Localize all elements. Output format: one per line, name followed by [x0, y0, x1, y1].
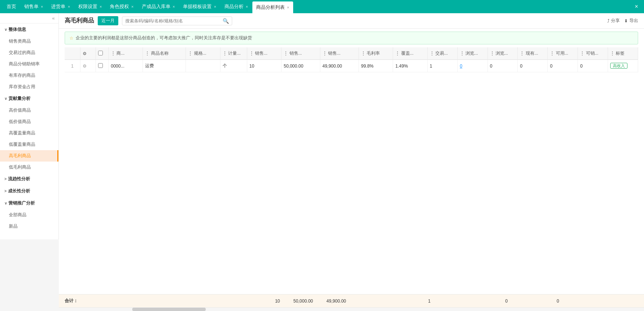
- row-settings-icon[interactable]: ⚙: [83, 64, 87, 69]
- filter-recent-month-button[interactable]: 近一月: [98, 16, 118, 25]
- col-header-unit[interactable]: ⋮ 计量...: [220, 47, 247, 60]
- nav-tab-8[interactable]: 商品分析列表×: [252, 1, 293, 13]
- col-label-tag: 标签: [616, 51, 625, 56]
- sidebar-item-0-3[interactable]: 有库存的商品: [0, 70, 58, 81]
- sidebar-item-1-3[interactable]: 低覆盖量商品: [0, 139, 58, 150]
- cell-gross_rate-0: 99.8%: [359, 60, 393, 72]
- sidebar-item-1-0[interactable]: 高价值商品: [0, 105, 58, 116]
- col-label-transactions: 交易...: [435, 51, 448, 56]
- col-label-coverage: 覆盖...: [401, 51, 414, 56]
- table-body: 1⚙0000...运费个1050,000.0049,900.0099.8%1.4…: [65, 60, 638, 72]
- sidebar-section-label-4: 营销推广分析: [8, 200, 35, 206]
- views1-link-0[interactable]: 0: [460, 64, 463, 69]
- sidebar-item-0-4[interactable]: 库存资金占用: [0, 81, 58, 93]
- table-header: ⚙⋮ 商...⋮ 商品名称⋮ 规格...⋮ 计量...⋮ 销售...⋮ 销售..…: [65, 47, 638, 60]
- close-window-button[interactable]: ×: [632, 3, 641, 10]
- sidebar-item-0-2[interactable]: 商品分销助销率: [0, 58, 58, 70]
- sidebar-item-1-5[interactable]: 低毛利商品: [0, 162, 58, 173]
- select-all-checkbox[interactable]: [98, 51, 103, 55]
- col-header-stock_available[interactable]: ⋮ 可用...: [548, 47, 578, 60]
- footer-cell-5: 1: [407, 299, 433, 304]
- col-header-spec[interactable]: ⋮ 规格...: [186, 47, 220, 60]
- col-header-gross_rate[interactable]: ⋮ 毛利率: [359, 47, 393, 60]
- content-area: 高毛利商品 近一月 🔍 ⤴ 分享 ⬇ 导出: [59, 13, 644, 311]
- info-icon: ☆: [69, 36, 73, 41]
- col-header-sales_qty[interactable]: ⋮ 销售...: [247, 47, 281, 60]
- sidebar-item-1-4[interactable]: 高毛利商品: [0, 150, 58, 162]
- sidebar-section-0[interactable]: ∨整体信息: [0, 23, 58, 36]
- nav-tab-close[interactable]: ×: [214, 4, 216, 9]
- col-header-stock_sellable[interactable]: ⋮ 可销...: [578, 47, 608, 60]
- cell-code-0: 0000...: [108, 60, 143, 72]
- cell-unit-0: 个: [220, 60, 247, 72]
- sidebar-item-4-1[interactable]: 新品: [0, 221, 58, 232]
- col-header-code[interactable]: ⋮ 商...: [108, 47, 143, 60]
- info-message: 企业的主要的利润都是这部分商品创造的，可考虑加大推广，同时关注库存是不要出现缺货: [76, 35, 252, 41]
- row-checkbox-0[interactable]: [98, 63, 103, 68]
- nav-tab-0[interactable]: 首页: [3, 1, 20, 12]
- footer-cell-8: 0: [484, 299, 510, 304]
- nav-tab-label: 角色授权: [110, 3, 129, 10]
- bottom-scrollbar[interactable]: [59, 307, 644, 311]
- nav-tab-label: 产成品入库单: [142, 3, 170, 10]
- col-header-stock_current[interactable]: ⋮ 现有...: [518, 47, 548, 60]
- search-box: 🔍: [122, 17, 232, 25]
- col-header-sales_amount[interactable]: ⋮ 销售...: [281, 47, 320, 60]
- sidebar-collapse-button[interactable]: «: [0, 13, 58, 23]
- nav-tab-close[interactable]: ×: [131, 4, 133, 9]
- nav-tab-1[interactable]: 销售单×: [21, 1, 47, 12]
- nav-tab-close[interactable]: ×: [287, 5, 289, 10]
- sidebar-section-2[interactable]: >流趋性分析: [0, 173, 58, 185]
- nav-tab-close[interactable]: ×: [100, 4, 102, 9]
- sidebar-item-1-2[interactable]: 高覆盖量商品: [0, 127, 58, 139]
- col-header-tag[interactable]: ⋮ 标签: [608, 47, 638, 60]
- cell-tag-0[interactable]: 高收入: [608, 60, 638, 72]
- nav-tab-7[interactable]: 商品分析×: [221, 1, 252, 12]
- settings-icon[interactable]: ⚙: [83, 51, 87, 56]
- col-header-transactions[interactable]: ⋮ 交易...: [427, 47, 457, 60]
- share-button[interactable]: ⤴ 分享: [607, 18, 620, 24]
- nav-tab-5[interactable]: 产成品入库单×: [138, 1, 179, 12]
- col-label-stock_available: 可用...: [556, 51, 568, 56]
- nav-tab-label: 销售单: [24, 3, 39, 10]
- cell-views1-0[interactable]: 0: [457, 60, 488, 72]
- cell-sales_amount-0: 50,000.00: [281, 60, 320, 72]
- sidebar-section-4[interactable]: ∨营销推广分析: [0, 197, 58, 209]
- sidebar-item-0-0[interactable]: 销售类商品: [0, 36, 58, 47]
- nav-tab-close[interactable]: ×: [41, 4, 43, 9]
- col-header-coverage[interactable]: ⋮ 覆盖...: [393, 47, 428, 60]
- col-label-code: 商...: [116, 51, 125, 56]
- nav-tab-4[interactable]: 角色授权×: [106, 1, 137, 12]
- col-header-settings[interactable]: ⚙: [80, 47, 96, 60]
- export-label: 导出: [629, 18, 638, 24]
- col-header-sales_profit[interactable]: ⋮ 销售...: [320, 47, 359, 60]
- search-input[interactable]: [125, 18, 223, 23]
- nav-tab-2[interactable]: 进货单×: [47, 1, 73, 12]
- nav-tab-label: 首页: [7, 3, 16, 10]
- nav-tab-3[interactable]: 权限设置×: [75, 1, 105, 12]
- sidebar-section-3[interactable]: >成长性分析: [0, 185, 58, 197]
- col-header-name[interactable]: ⋮ 商品名称: [143, 47, 186, 60]
- nav-tab-close[interactable]: ×: [246, 4, 248, 9]
- col-label-sales_qty: 销售...: [255, 51, 267, 56]
- col-header-checkbox[interactable]: [96, 47, 108, 60]
- col-label-stock_current: 现有...: [526, 51, 538, 56]
- col-header-views1[interactable]: ⋮ 浏览...: [457, 47, 488, 60]
- share-label: 分享: [611, 18, 620, 24]
- col-label-views2: 浏览...: [496, 51, 508, 56]
- export-button[interactable]: ⬇ 导出: [624, 18, 638, 24]
- sidebar-item-0-1[interactable]: 交易过的商品: [0, 47, 58, 58]
- footer-total-label: 合计：: [65, 298, 78, 304]
- search-icon[interactable]: 🔍: [223, 18, 229, 24]
- col-header-views2[interactable]: ⋮ 浏览...: [488, 47, 518, 60]
- sidebar-arrow-0: ∨: [4, 28, 7, 32]
- sidebar-item-1-1[interactable]: 低价值商品: [0, 116, 58, 127]
- nav-tab-label: 商品分析: [224, 3, 244, 10]
- tag-label-0: 高收入: [610, 63, 627, 69]
- nav-tab-close[interactable]: ×: [68, 4, 70, 9]
- header-actions: ⤴ 分享 ⬇ 导出: [607, 18, 638, 24]
- sidebar-section-1[interactable]: ∨贡献量分析: [0, 93, 58, 105]
- nav-tab-6[interactable]: 单据模板设置×: [179, 1, 220, 12]
- nav-tab-close[interactable]: ×: [173, 4, 175, 9]
- sidebar-item-4-0[interactable]: 全部商品: [0, 209, 58, 221]
